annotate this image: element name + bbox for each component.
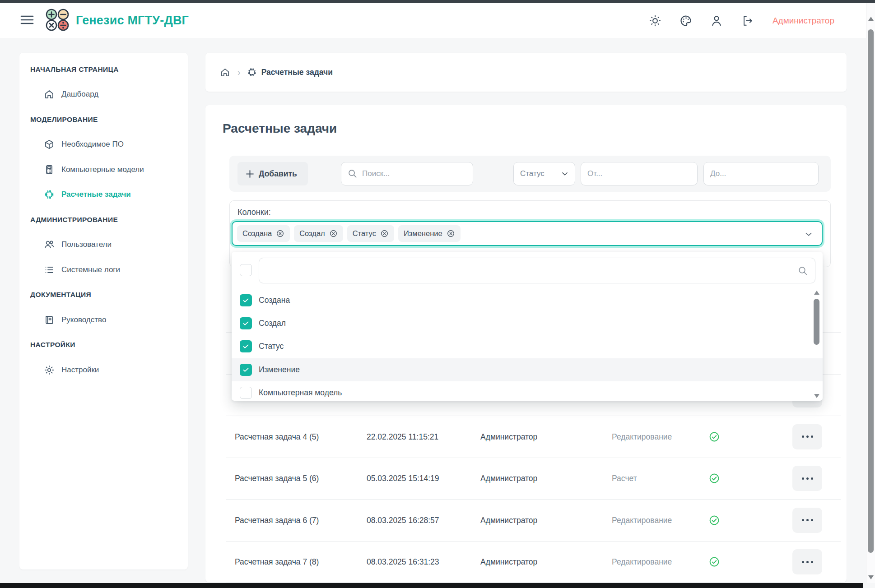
task-created-at: 08.03.2025 16:31:23 [367, 557, 439, 567]
columns-multiselect[interactable]: СозданаСоздалСтатусИзменение [232, 221, 823, 246]
sidebar-item-calculator[interactable]: Компьютерные модели [19, 157, 188, 182]
task-status: Редактирование [612, 515, 672, 525]
column-chip: Создана [237, 225, 290, 242]
sidebar-item-label: Руководство [61, 315, 106, 324]
scroll-up-arrow[interactable] [868, 17, 874, 21]
breadcrumb-chevron-icon: › [237, 67, 241, 78]
option-label: Создал [259, 319, 286, 328]
column-option[interactable]: Компьютерная модель [232, 381, 823, 404]
column-option[interactable]: Статус [232, 335, 823, 358]
sidebar-item-cube[interactable]: Необходимое ПО [19, 132, 188, 157]
sidebar-item-gear[interactable]: Настройки [19, 357, 188, 383]
home-icon[interactable] [220, 67, 230, 78]
toolbar: Добавить Статус [229, 156, 831, 192]
table-row: Расчетная задача 6 (7)08.03.2025 16:28:5… [226, 500, 841, 542]
chip-remove-icon[interactable] [276, 229, 284, 238]
dropdown-scrollbar[interactable] [813, 291, 820, 398]
column-chip: Создал [294, 225, 343, 242]
scroll-down-arrow[interactable] [814, 394, 819, 398]
sidebar-item-label: Пользователи [61, 240, 112, 249]
app-logo-math-icon [44, 8, 70, 33]
status-select[interactable]: Статус [513, 162, 575, 185]
breadcrumb-current: Расчетные задачи [247, 67, 333, 77]
task-creator: Администратор [480, 474, 537, 483]
dropdown-search-row [232, 252, 823, 289]
sidebar-item-users[interactable]: Пользователи [19, 232, 188, 258]
sidebar-item-label: Расчетные задачи [61, 190, 131, 199]
dropdown-filter-input[interactable] [259, 258, 815, 283]
date-to-input[interactable] [703, 162, 819, 185]
menu-icon[interactable] [20, 14, 34, 28]
app-window: Генезис МГТУ-ДВГ Администратор НАЧАЛЬНАЯ… [0, 0, 875, 588]
sidebar-item-logs[interactable]: Системные логи [19, 257, 188, 282]
book-icon [44, 315, 55, 325]
task-status: Расчет [612, 474, 637, 483]
add-button-label: Добавить [259, 169, 297, 179]
option-label: Компьютерная модель [259, 388, 342, 398]
scroll-down-arrow[interactable] [868, 575, 874, 579]
add-button[interactable]: Добавить [237, 162, 308, 185]
task-creator: Администратор [480, 557, 537, 567]
sidebar-section-label: АДМИНИСТРИРОВАНИЕ [19, 207, 188, 232]
search-field [341, 162, 473, 185]
user-icon[interactable] [710, 14, 723, 27]
columns-label: Колонки: [237, 208, 271, 217]
checkbox-checked[interactable] [240, 340, 252, 352]
chip-remove-icon[interactable] [380, 229, 389, 238]
sidebar-item-home[interactable]: Дашбоард [19, 82, 188, 107]
checkbox-checked[interactable] [240, 364, 252, 376]
search-input[interactable] [341, 162, 473, 185]
chevron-down-icon [560, 169, 569, 178]
table-row: Расчетная задача 4 (5)22.02.2025 11:15:2… [226, 416, 841, 458]
checkbox-unchecked[interactable] [240, 387, 252, 399]
date-from-input[interactable] [581, 162, 698, 185]
page-vertical-scrollbar[interactable] [866, 3, 875, 583]
task-created-at: 08.03.2025 16:28:57 [367, 515, 439, 525]
task-created-at: 22.02.2025 11:15:21 [367, 432, 438, 441]
sidebar-item-label: Настройки [61, 366, 99, 375]
success-check-icon [708, 472, 720, 484]
status-select-value: Статус [520, 169, 545, 178]
sidebar: НАЧАЛЬНАЯ СТРАНИЦАДашбоардМОДЕЛИРОВАНИЕН… [19, 53, 188, 569]
column-option[interactable]: Изменение [232, 358, 823, 381]
palette-icon[interactable] [680, 14, 692, 27]
sidebar-item-book[interactable]: Руководство [19, 307, 188, 333]
checkbox-checked[interactable] [240, 317, 252, 329]
sidebar-section-label: ДОКУМЕНТАЦИЯ [19, 282, 188, 308]
scrollbar-thumb[interactable] [814, 299, 819, 345]
page-horizontal-scrollbar[interactable] [0, 583, 863, 588]
column-chip: Статус [347, 225, 394, 242]
success-check-icon [708, 514, 720, 526]
column-option[interactable]: Создана [232, 289, 823, 312]
current-user-role[interactable]: Администратор [773, 16, 834, 26]
chip-remove-icon[interactable] [447, 229, 455, 238]
page-title: Расчетные задачи [223, 121, 337, 136]
checkbox-checked[interactable] [240, 294, 252, 306]
scroll-up-arrow[interactable] [814, 291, 819, 295]
scrollbar-thumb[interactable] [868, 29, 874, 553]
sidebar-item-label: Компьютерные модели [61, 165, 144, 174]
users-icon [44, 239, 55, 250]
task-status: Редактирование [612, 432, 672, 441]
chip-icon [44, 189, 55, 200]
chip-remove-icon[interactable] [329, 229, 338, 238]
sidebar-item-chip[interactable]: Расчетные задачи [19, 182, 188, 208]
sidebar-item-label: Необходимое ПО [61, 140, 124, 149]
row-menu-button[interactable] [792, 549, 822, 574]
select-all-checkbox[interactable] [240, 264, 252, 276]
table-row: Расчетная задача 7 (8)08.03.2025 16:31:2… [226, 542, 841, 583]
chip-label: Статус [353, 229, 376, 238]
sidebar-section-label: НАСТРОЙКИ [19, 333, 188, 358]
column-option[interactable]: Создал [232, 312, 823, 335]
row-menu-button[interactable] [792, 424, 822, 449]
logout-icon[interactable] [741, 14, 754, 27]
sidebar-section-label: НАЧАЛЬНАЯ СТРАНИЦА [19, 57, 188, 82]
row-menu-button[interactable] [792, 466, 822, 491]
task-creator: Администратор [480, 515, 537, 525]
row-menu-button[interactable] [792, 508, 822, 533]
task-status: Редактирование [612, 557, 672, 567]
header-actions: Администратор [649, 14, 866, 27]
columns-dropdown: СозданаСоздалСтатусИзменениеКомпьютерная… [232, 252, 823, 401]
chevron-down-icon[interactable] [804, 229, 814, 241]
theme-sun-icon[interactable] [649, 14, 661, 27]
